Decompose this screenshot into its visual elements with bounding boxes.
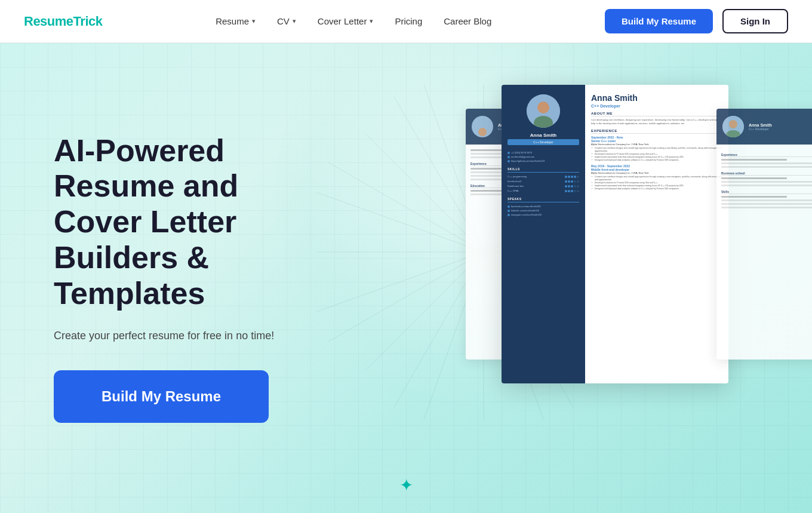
content-line	[721, 181, 812, 183]
speaks-section-title: Speaks	[508, 197, 579, 202]
logo-text-part2: Trick	[73, 14, 103, 29]
resume-name-block-left: Anna Smith C++ Developer	[508, 133, 579, 145]
skill-dots	[565, 185, 579, 188]
back-right-person-role: C++ Developer	[749, 127, 812, 131]
dot-filled	[568, 180, 570, 183]
back-right-avatar	[722, 116, 744, 137]
contact-email: annSmith@gmail.com	[508, 155, 579, 158]
experience-section-title: Experience	[591, 129, 722, 134]
logo-text-part1: Resume	[24, 14, 73, 29]
speak-text: instagram.com/annSmith100	[511, 213, 542, 216]
skill-row-3: Dashboard dev	[508, 185, 579, 188]
skill-row-1: C++ programming	[508, 175, 579, 178]
contact-section: +1 (234) 5678 0970 annSmith@gmail.com ht…	[508, 151, 579, 162]
resume-card-main: Anna Smith C++ Developer +1 (234) 5678 0…	[502, 85, 728, 383]
back-right-body: Experience Business school Skills	[716, 145, 812, 215]
dot-empty	[574, 180, 576, 183]
exp-bullet: Created user interface designs and overa…	[591, 147, 722, 153]
speak-item: instagram.com/annSmith100	[508, 213, 579, 216]
skill-label: IntroductionC	[508, 180, 522, 183]
skill-label: Dashboard dev	[508, 185, 524, 188]
phone-text: +1 (234) 5678 0970	[511, 151, 532, 154]
dot-filled	[565, 176, 567, 178]
skill-row-4: C++ HTML	[508, 189, 579, 192]
star-icon: ✦	[399, 475, 413, 495]
dot-filled	[571, 185, 573, 188]
exp-item-2: May 2019 - September 2022 Middle front-e…	[591, 164, 722, 190]
skill-dots	[565, 176, 579, 178]
bullet-dot	[508, 160, 510, 162]
dot-filled	[565, 190, 567, 192]
dot-empty	[577, 185, 579, 188]
navbar: ResumeTrick Resume ▾ CV ▾ Cover Letter ▾…	[0, 0, 812, 43]
speak-text: linkedin.com/annSmith100	[511, 209, 539, 212]
back-right-avatar-image	[722, 116, 744, 137]
resume-right-column: Anna Smith C++ Developer About me I am d…	[585, 85, 728, 383]
back-right-name-block: Anna Smith C++ Developer	[749, 123, 812, 131]
nav-item-career-blog[interactable]: Career Blog	[444, 16, 491, 26]
back-right-skills-title: Skills	[721, 190, 812, 194]
back-right-person-name: Anna Smith	[749, 123, 812, 127]
speak-text: facebook.com/annSmith100	[511, 205, 541, 208]
resume-main-name: Anna Smith	[591, 93, 722, 103]
dot-filled	[565, 180, 567, 183]
nav-item-pricing[interactable]: Pricing	[395, 16, 422, 26]
email-text: annSmith@gmail.com	[511, 155, 534, 158]
back-right-section-edu: Business school	[721, 171, 812, 186]
content-line	[721, 166, 812, 168]
skill-label: C++ programming	[508, 175, 527, 178]
skills-section-title: Skills	[508, 167, 579, 173]
logo[interactable]: ResumeTrick	[24, 14, 102, 29]
resume-role-badge: C++ Developer	[508, 139, 579, 145]
hero-content: AI-Powered Resume and Cover Letter Build…	[0, 133, 334, 423]
resume-preview-area: Anna Smith C++ Developer Experience Educ…	[466, 61, 812, 491]
content-line	[721, 203, 812, 205]
dot-filled	[565, 185, 567, 188]
resume-card-back-right: Anna Smith C++ Developer Experience Busi…	[716, 109, 812, 360]
contact-phone: +1 (234) 5678 0970	[508, 151, 579, 154]
nav-actions: Build My Resume Sign In	[605, 9, 788, 33]
dot-empty	[577, 176, 579, 178]
dot-empty	[574, 190, 576, 192]
chevron-down-icon: ▾	[252, 17, 256, 25]
content-line	[721, 199, 812, 201]
nav-item-resume[interactable]: Resume ▾	[216, 16, 256, 26]
build-resume-button-nav[interactable]: Build My Resume	[605, 9, 713, 33]
resume-person-name: Anna Smith	[508, 133, 579, 138]
nav-item-cv[interactable]: CV ▾	[277, 16, 296, 26]
exp-bullet: Designed and deployed data analytics sof…	[591, 159, 722, 162]
chevron-down-icon: ▾	[293, 17, 296, 25]
exp-bullets-2: Created user interface designs and overa…	[591, 176, 722, 190]
svg-point-16	[729, 120, 737, 128]
dot-filled	[571, 176, 573, 178]
dot-empty	[577, 190, 579, 192]
nav-links: Resume ▾ CV ▾ Cover Letter ▾ Pricing Car…	[216, 16, 491, 26]
scroll-indicator: ✦	[399, 475, 413, 495]
build-resume-button-hero[interactable]: Build My Resume	[54, 370, 269, 423]
hero-title: AI-Powered Resume and Cover Letter Build…	[54, 133, 334, 312]
skill-label: C++ HTML	[508, 189, 519, 192]
bullet-dot	[508, 205, 510, 208]
dot-filled	[568, 185, 570, 188]
sign-in-button[interactable]: Sign In	[722, 9, 788, 33]
bullet-dot	[508, 156, 510, 158]
dot-filled	[571, 190, 573, 192]
chevron-down-icon: ▾	[370, 17, 373, 25]
content-line	[721, 159, 787, 161]
skill-dots	[565, 190, 579, 192]
exp-bullets-1: Created user interface designs and overa…	[591, 147, 722, 161]
linkedin-text: https://github.com/annSmith123	[511, 159, 545, 162]
content-line	[721, 185, 812, 186]
about-section-title: About me	[591, 112, 722, 116]
back-right-section-exp: Experience	[721, 153, 812, 168]
back-right-header: Anna Smith C++ Developer	[716, 109, 812, 145]
nav-item-cover-letter[interactable]: Cover Letter ▾	[318, 16, 374, 26]
exp-company-2: Alpha Semiconductors Company Inc. / USA,…	[591, 171, 722, 174]
bullet-dot	[508, 152, 510, 154]
avatar-image	[527, 94, 560, 128]
resume-summary: I am developing user interfaces, designi…	[591, 118, 722, 125]
dot-filled	[568, 190, 570, 192]
hero-section: AI-Powered Resume and Cover Letter Build…	[0, 43, 812, 513]
back-right-edu-title: Business school	[721, 171, 812, 176]
exp-item-1: September 2022 - Now Senior C++ coder Al…	[591, 136, 722, 161]
